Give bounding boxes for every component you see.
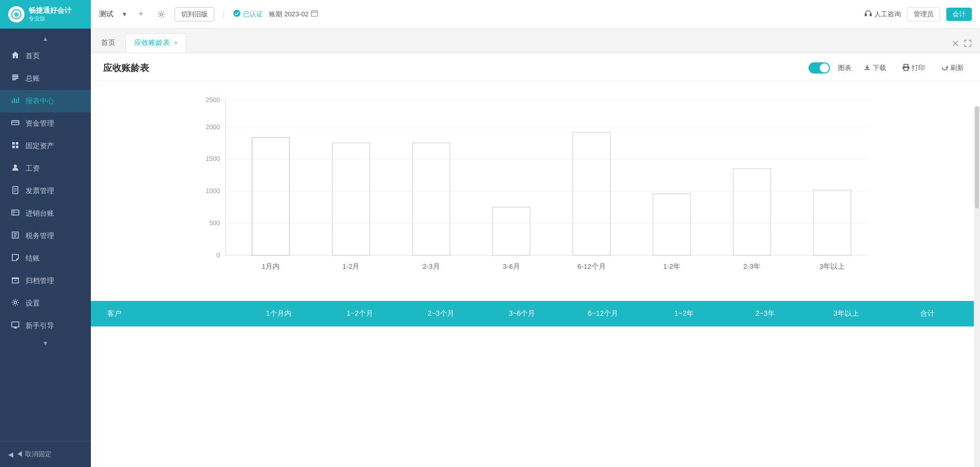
tab-close-btn[interactable]: × — [174, 39, 178, 46]
tabbar: 首页 应收账龄表 × — [91, 29, 980, 53]
svg-text:3-6月: 3-6月 — [503, 263, 520, 270]
sidebar-item-funds[interactable]: 资金管理 — [0, 112, 91, 135]
svg-text:1-2月: 1-2月 — [342, 263, 360, 270]
svg-rect-2 — [12, 76, 18, 77]
svg-rect-1 — [12, 75, 18, 76]
svg-text:1500: 1500 — [206, 155, 220, 162]
add-project-btn[interactable]: + — [134, 7, 148, 21]
tax-icon — [10, 231, 20, 241]
tab-home[interactable]: 首页 — [93, 33, 124, 53]
col-header-3y-plus: 3年以上 — [805, 301, 887, 326]
scroll-thumb[interactable] — [975, 106, 979, 208]
sidebar-item-sales[interactable]: 进销台账 — [0, 202, 91, 225]
svg-point-24 — [160, 13, 162, 15]
sidebar-item-invoice[interactable]: 发票管理 — [0, 180, 91, 202]
col-header-1-2m: 1~2个月 — [320, 301, 401, 326]
svg-rect-19 — [12, 277, 19, 279]
svg-rect-59 — [653, 194, 690, 255]
svg-rect-8 — [16, 142, 18, 145]
svg-text:500: 500 — [209, 220, 220, 227]
expand-btn[interactable] — [964, 39, 972, 50]
app-logo-icon — [8, 6, 24, 22]
certified-icon — [233, 9, 241, 19]
sidebar-item-reports[interactable]: 报表中心 — [0, 90, 91, 112]
col-header-total: 合计 — [887, 301, 968, 326]
chart-toggle[interactable] — [808, 62, 830, 74]
accountant-btn[interactable]: 会计 — [946, 8, 972, 21]
page-container: 应收账龄表 图表 下载 打印 — [91, 53, 980, 467]
guide-icon — [10, 321, 20, 331]
svg-text:0: 0 — [216, 252, 220, 259]
svg-rect-47 — [252, 137, 289, 255]
ledger-icon — [10, 74, 20, 84]
certified-badge: 已认证 — [233, 9, 263, 19]
salary-icon — [10, 164, 20, 174]
bar-chart: 0 500 1000 1500 2000 2500 1月内 1-2月 — [103, 89, 968, 293]
svg-text:1-2年: 1-2年 — [663, 263, 680, 270]
col-header-1m: 1个月内 — [238, 301, 320, 326]
sidebar-item-closing[interactable]: 结账 — [0, 247, 91, 270]
archive-icon — [10, 276, 20, 286]
download-icon — [864, 64, 871, 73]
assets-icon — [10, 141, 20, 151]
chart-toggle-label: 图表 — [838, 63, 851, 73]
svg-rect-10 — [16, 146, 18, 148]
sidebar-item-guide[interactable]: 新手引导 — [0, 315, 91, 337]
sidebar-item-home[interactable]: 首页 — [0, 45, 91, 67]
svg-point-20 — [14, 301, 17, 304]
sidebar-item-tax[interactable]: 税务管理 — [0, 225, 91, 247]
sidebar-item-salary[interactable]: 工资 — [0, 157, 91, 180]
col-header-1-2y: 1~2年 — [644, 301, 725, 326]
svg-rect-26 — [311, 11, 317, 16]
sidebar-bottom: ◀ ◀ 取消固定 — [0, 441, 91, 467]
user-btn[interactable]: 管理员 — [907, 7, 940, 21]
period-display: 账期 2023-02 — [269, 10, 318, 19]
table-header: 客户 1个月内 1~2个月 2~3个月 3~6个月 6~12个月 1~2年 2~… — [91, 301, 980, 326]
tab-ar-aging[interactable]: 应收账龄表 × — [126, 33, 186, 53]
sales-icon — [10, 208, 20, 219]
project-dropdown[interactable]: ▼ — [121, 11, 128, 18]
consult-btn[interactable]: 人工咨询 — [864, 9, 901, 19]
old-version-btn[interactable]: 切到旧版 — [175, 7, 214, 21]
calendar-icon[interactable] — [311, 10, 318, 18]
main-content: 应收账龄表 图表 下载 打印 — [91, 53, 980, 467]
sidebar-scroll-down[interactable]: ▼ — [0, 337, 91, 349]
topbar-right: 人工咨询 管理员 会计 — [864, 7, 972, 21]
svg-rect-55 — [493, 207, 530, 255]
svg-rect-3 — [12, 78, 18, 79]
refresh-btn[interactable]: 刷新 — [937, 61, 968, 75]
sidebar-item-ledger[interactable]: 总账 — [0, 67, 91, 90]
settings-btn[interactable] — [154, 7, 168, 21]
tabbar-controls — [943, 39, 980, 53]
sidebar-item-archive[interactable]: 归档管理 — [0, 270, 91, 292]
svg-text:2000: 2000 — [206, 124, 220, 131]
sidebar-item-settings[interactable]: 设置 — [0, 292, 91, 315]
headset-icon — [864, 9, 872, 19]
svg-rect-53 — [412, 143, 450, 255]
download-btn[interactable]: 下载 — [860, 61, 890, 75]
svg-text:3年以上: 3年以上 — [820, 263, 845, 270]
sidebar-scroll-up[interactable]: ▲ — [0, 33, 91, 45]
close-tab-btn[interactable] — [951, 39, 960, 50]
col-header-6-12m: 6~12个月 — [562, 301, 644, 326]
settings-icon — [10, 298, 20, 309]
svg-text:1000: 1000 — [206, 188, 220, 195]
reports-icon — [10, 96, 20, 106]
svg-rect-5 — [12, 121, 19, 125]
svg-rect-63 — [814, 190, 851, 255]
invoice-icon — [10, 186, 20, 196]
sidebar-item-assets[interactable]: 固定资产 — [0, 135, 91, 157]
page-actions: 图表 下载 打印 刷新 — [808, 61, 968, 75]
col-header-client: 客户 — [103, 301, 238, 326]
cancel-fixed-btn[interactable]: ◀ ◀ 取消固定 — [8, 447, 83, 462]
chart-area: 0 500 1000 1500 2000 2500 1月内 1-2月 — [91, 81, 980, 301]
project-name: 测试 — [99, 10, 113, 19]
svg-text:1月内: 1月内 — [262, 263, 280, 270]
svg-rect-9 — [12, 146, 15, 148]
svg-rect-4 — [12, 79, 16, 80]
svg-point-11 — [14, 165, 17, 168]
print-icon — [902, 64, 910, 73]
print-btn[interactable]: 打印 — [898, 61, 929, 75]
table-area: 客户 1个月内 1~2个月 2~3个月 3~6个月 6~12个月 1~2年 2~… — [91, 301, 980, 467]
svg-rect-61 — [733, 169, 771, 255]
